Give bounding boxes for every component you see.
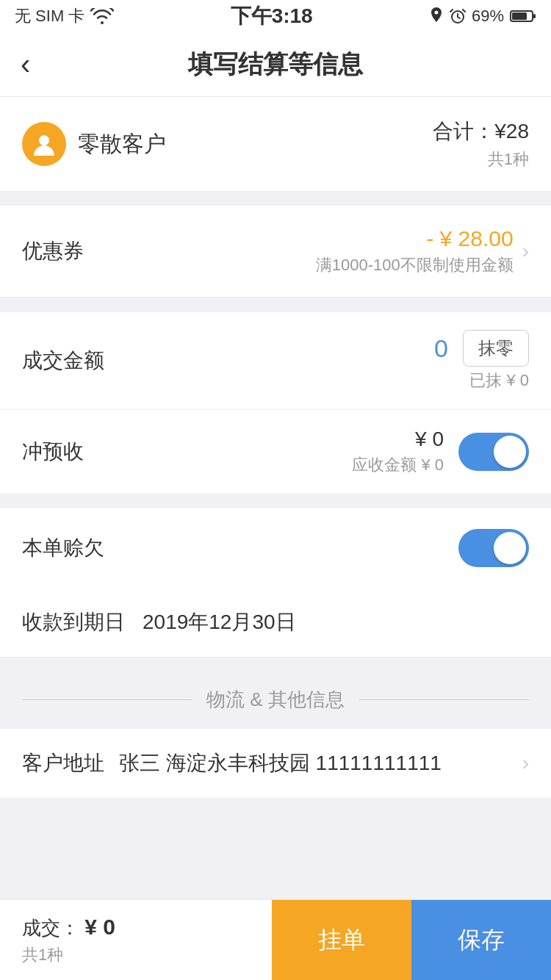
alarm-icon bbox=[450, 7, 466, 25]
avatar bbox=[22, 122, 66, 166]
address-label: 客户地址 bbox=[22, 749, 104, 777]
customer-left: 零散客户 bbox=[22, 122, 166, 166]
bottom-bar: 成交： ¥ 0 共1种 挂单 保存 bbox=[0, 899, 551, 980]
due-date-value: 2019年12月30日 bbox=[143, 608, 296, 636]
debt-section: 本单赊欠 bbox=[0, 508, 551, 588]
hang-button[interactable]: 挂单 bbox=[272, 900, 411, 981]
round-button[interactable]: 抹零 bbox=[463, 330, 529, 367]
coupon-description: 满1000-100不限制使用金额 bbox=[316, 254, 514, 276]
address-chevron-icon: › bbox=[522, 752, 529, 775]
logistics-divider: 物流 & 其他信息 bbox=[0, 672, 551, 727]
prereceive-amounts: ¥ 0 应收金额 ¥ 0 bbox=[352, 428, 444, 476]
chevron-right-icon: › bbox=[522, 239, 529, 263]
due-date-row: 收款到期日 2019年12月30日 bbox=[0, 588, 551, 657]
divider-2 bbox=[0, 298, 551, 312]
divider-line-right bbox=[359, 699, 529, 700]
battery-text: 69% bbox=[472, 7, 504, 26]
prereceive-main-amount: ¥ 0 bbox=[352, 428, 444, 451]
amount-value-wrap: 0 抹零 bbox=[419, 330, 529, 367]
status-left: 无 SIM 卡 bbox=[15, 5, 114, 27]
coupon-right: - ¥ 28.00 满1000-100不限制使用金额 › bbox=[316, 226, 529, 276]
customer-total: 合计：¥28 共1种 bbox=[433, 118, 529, 170]
status-bar: 无 SIM 卡 下午3:18 69% bbox=[0, 0, 551, 32]
address-row[interactable]: 客户地址 张三 海淀永丰科技园 11111111111 › bbox=[0, 729, 551, 798]
svg-rect-2 bbox=[512, 12, 527, 20]
amount-value: 0 bbox=[419, 334, 448, 363]
status-right: 69% bbox=[429, 7, 536, 26]
page-title: 填写结算等信息 bbox=[188, 48, 363, 82]
battery-icon bbox=[510, 10, 536, 23]
debt-label: 本单赊欠 bbox=[22, 534, 104, 562]
customer-row: 零散客户 合计：¥28 共1种 bbox=[0, 97, 551, 191]
amount-sub: 已抹 ¥ 0 bbox=[419, 370, 529, 392]
coupon-info: - ¥ 28.00 满1000-100不限制使用金额 bbox=[316, 226, 514, 276]
customer-name: 零散客户 bbox=[78, 129, 166, 159]
divider-4 bbox=[0, 657, 551, 672]
svg-rect-3 bbox=[533, 14, 536, 18]
address-value: 张三 海淀永丰科技园 11111111111 bbox=[119, 749, 522, 777]
debt-toggle-knob bbox=[494, 532, 526, 564]
logistics-label: 物流 & 其他信息 bbox=[206, 687, 345, 713]
prereceive-toggle[interactable] bbox=[458, 433, 529, 471]
nav-bar: ‹ 填写结算等信息 bbox=[0, 32, 551, 97]
wifi-icon bbox=[90, 8, 114, 24]
status-time: 下午3:18 bbox=[231, 2, 313, 30]
divider-line-left bbox=[22, 699, 192, 700]
coupon-label: 优惠券 bbox=[22, 237, 84, 265]
bottom-summary: 成交： ¥ 0 共1种 bbox=[0, 915, 272, 966]
back-button[interactable]: ‹ bbox=[21, 48, 30, 81]
amount-label: 成交金额 bbox=[22, 347, 104, 375]
total-count: 共1种 bbox=[433, 148, 529, 170]
bottom-count: 共1种 bbox=[22, 944, 250, 966]
svg-point-4 bbox=[39, 135, 49, 145]
total-price: 合计：¥28 bbox=[433, 118, 529, 145]
prereceive-label: 冲预收 bbox=[22, 438, 84, 466]
bottom-deal-row: 成交： ¥ 0 bbox=[22, 915, 250, 941]
amount-section: 成交金额 0 抹零 已抹 ¥ 0 冲预收 ¥ 0 应收金额 ¥ 0 bbox=[0, 312, 551, 494]
save-button[interactable]: 保存 bbox=[411, 900, 551, 981]
bottom-deal-amount: ¥ 0 bbox=[84, 915, 115, 939]
location-icon bbox=[429, 7, 444, 25]
content: 零散客户 合计：¥28 共1种 优惠券 - ¥ 28.00 满1000-100不… bbox=[0, 97, 551, 980]
divider-1 bbox=[0, 191, 551, 206]
sim-status: 无 SIM 卡 bbox=[15, 5, 84, 27]
prereceive-sub-amount: 应收金额 ¥ 0 bbox=[352, 454, 444, 476]
coupon-discount: - ¥ 28.00 bbox=[316, 226, 514, 251]
due-date-label: 收款到期日 bbox=[22, 608, 125, 636]
coupon-row[interactable]: 优惠券 - ¥ 28.00 满1000-100不限制使用金额 › bbox=[0, 206, 551, 298]
amount-row: 成交金额 0 抹零 已抹 ¥ 0 bbox=[0, 312, 551, 410]
user-icon bbox=[31, 131, 57, 157]
bottom-deal-label: 成交： bbox=[22, 917, 79, 939]
divider-3 bbox=[0, 494, 551, 508]
prereceive-right: ¥ 0 应收金额 ¥ 0 bbox=[352, 428, 529, 476]
prereceive-row: 冲预收 ¥ 0 应收金额 ¥ 0 bbox=[0, 410, 551, 494]
debt-toggle[interactable] bbox=[458, 529, 529, 567]
toggle-knob bbox=[494, 436, 526, 468]
